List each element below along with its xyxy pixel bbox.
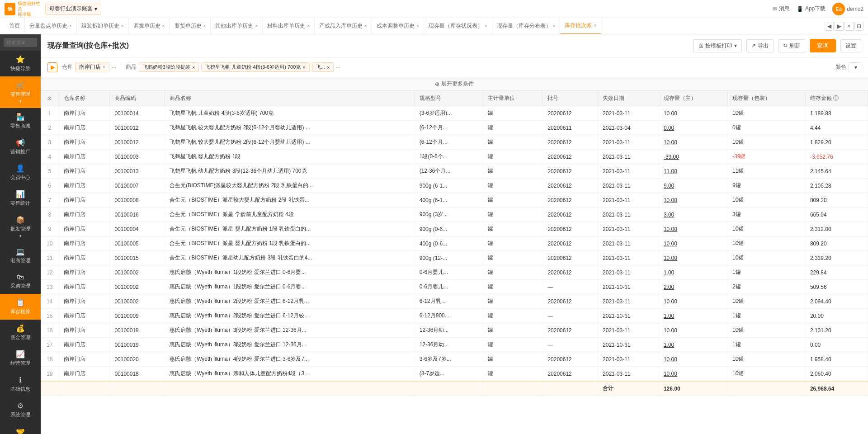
query-btn[interactable]: 查询 xyxy=(810,39,836,52)
user-menu[interactable]: Ea demo2 xyxy=(832,3,863,15)
tab-product-in[interactable]: 产成品入库单历史 × xyxy=(315,18,372,34)
tab-stock-dist[interactable]: 现存量（库存分布表） × xyxy=(492,18,561,34)
sidebar-item-finance[interactable]: 💰 资金管理 xyxy=(0,320,41,345)
sidebar-item-system[interactable]: ⚙ 系统管理 xyxy=(0,397,41,423)
wholesale-icon: 📦 xyxy=(16,216,25,224)
cell-no: 10 xyxy=(41,236,59,251)
filter-expand-btn[interactable]: ▶ xyxy=(47,62,57,72)
export-btn[interactable]: ↗ 导出 xyxy=(746,39,774,52)
close-tab-assembly[interactable]: × xyxy=(121,24,124,28)
tab-split-inventory[interactable]: 分量盘点单历史 × xyxy=(25,18,77,34)
cell-stock[interactable]: 10.00 xyxy=(659,352,727,367)
tab-requisition[interactable]: 要货单历史 × xyxy=(170,18,211,34)
color-dropdown[interactable]: ▾ xyxy=(849,62,861,72)
table-row: 10 南岸门店 00100005 合生元（BIOSTIME）派星 婴儿配方奶粉 … xyxy=(41,236,868,251)
th-settings[interactable]: ⚙ xyxy=(41,91,59,106)
sidebar-item-ecommerce[interactable]: 💻 电商管理 xyxy=(0,243,41,269)
cell-stock[interactable]: 2.00 xyxy=(659,280,727,294)
account-dropdown[interactable]: 母婴行业演示账套 ▾ xyxy=(45,3,101,15)
warehouse-tag[interactable]: 南岸门店 × xyxy=(75,62,109,72)
tab-cost-adjust[interactable]: 成本调整单历史 × xyxy=(372,18,424,34)
product-more-btn[interactable]: ··· xyxy=(336,64,340,71)
sidebar-item-purchase[interactable]: 🛍 采购管理 xyxy=(0,269,41,294)
product-tag-1[interactable]: 飞鹤奶粉3段阶段提装 × xyxy=(139,62,199,72)
sidebar-item-basic-info[interactable]: ℹ 基础信息 xyxy=(0,371,41,397)
warehouse-tag-remove[interactable]: × xyxy=(103,65,105,70)
page-title: 现存量查询(按仓库+批次) xyxy=(47,41,129,51)
settings-btn[interactable]: 设置 xyxy=(840,39,861,52)
expand-more-btn[interactable]: ⊕ 展开更多条件 xyxy=(435,80,474,88)
tab-stock-status[interactable]: 现存量（库存状况表） × xyxy=(424,18,492,34)
cell-name: 合生元（BIOSTIME）派星较大婴儿配方奶粉 2段 乳铁蛋... xyxy=(165,193,415,208)
tab-other-out[interactable]: 其他出库单历史 × xyxy=(211,18,263,34)
tab-close-all-btn[interactable]: × xyxy=(844,22,854,31)
cell-warehouse: 南岸门店 xyxy=(59,106,110,121)
sidebar-item-collab[interactable]: 🤝 企业协同 xyxy=(0,423,41,434)
cell-stock[interactable]: 10.00 xyxy=(659,193,727,208)
tab-batch-account[interactable]: 库存批次账 × xyxy=(560,18,601,34)
cell-expiry: 2021-03-11 xyxy=(598,294,659,309)
cell-stock[interactable]: 10.00 xyxy=(659,236,727,251)
tab-next-btn[interactable]: ▶ xyxy=(835,22,844,31)
cell-stock[interactable]: 1.00 xyxy=(659,309,727,323)
refresh-btn[interactable]: ↻ 刷新 xyxy=(778,39,805,52)
cell-stock[interactable]: 10.00 xyxy=(659,294,727,309)
cell-stock[interactable]: 3.00 xyxy=(659,208,727,222)
cell-stock[interactable]: 1.00 xyxy=(659,338,727,352)
sidebar-item-operations[interactable]: 📈 经营管理 xyxy=(0,345,41,371)
sidebar-item-inventory[interactable]: 📋 库存核算 xyxy=(0,294,41,320)
product-tag-2-remove[interactable]: × xyxy=(302,65,305,70)
cell-stock[interactable]: 10.00 xyxy=(659,222,727,236)
cell-stock[interactable]: 10.00 xyxy=(659,323,727,338)
cell-stock[interactable]: 10.00 xyxy=(659,106,727,121)
product-tag-2[interactable]: 飞鹤星飞帆 儿童奶粉 4段(3-6岁适用) 700克 × xyxy=(201,62,309,72)
cell-spec: 0-6月婴儿... xyxy=(415,280,483,294)
cell-stock[interactable]: -39.00 xyxy=(659,150,727,164)
tab-transfer[interactable]: 调拨单历史 × xyxy=(129,18,170,34)
message-btn[interactable]: ✉ 消息 xyxy=(773,5,790,13)
app-download-btn[interactable]: 📱 App下载 xyxy=(797,5,826,13)
close-tab-material-out[interactable]: × xyxy=(307,24,310,28)
search-menu-input[interactable] xyxy=(4,38,37,47)
close-tab-requisition[interactable]: × xyxy=(203,24,206,28)
cell-stock[interactable]: 11.00 xyxy=(659,164,727,179)
close-tab-other-out[interactable]: × xyxy=(255,24,258,28)
product-tag-1-remove[interactable]: × xyxy=(192,65,195,70)
sidebar-item-wholesale[interactable]: 📦 批发管理 ▾ xyxy=(0,211,41,243)
cell-spec: (3-6岁适用)... xyxy=(415,106,483,121)
cell-stock[interactable]: 0.00 xyxy=(659,121,727,135)
table-row: 18 南岸门店 00100020 惠氏启骸（Wyeth illuma）4段奶粉 … xyxy=(41,352,868,367)
cell-batch: 20200612 xyxy=(543,106,598,121)
cell-stock[interactable]: 10.00 xyxy=(659,135,727,150)
close-tab-stock-status[interactable]: × xyxy=(485,24,487,28)
tab-material-out[interactable]: 材料出库单历史 × xyxy=(263,18,315,34)
tab-menu-btn[interactable]: ⊡ xyxy=(854,22,863,31)
close-tab-product-in[interactable]: × xyxy=(364,24,367,28)
product-tag-extra[interactable]: 飞... × xyxy=(312,62,334,72)
sidebar-item-retail-stat[interactable]: 📊 零售统计 xyxy=(0,185,41,211)
close-tab-cost-adjust[interactable]: × xyxy=(416,24,419,28)
th-pkg-stock: 现存量（包装） xyxy=(728,91,806,106)
cell-stock[interactable]: 10.00 xyxy=(659,367,727,382)
sidebar-item-member[interactable]: 👤 会员中心 xyxy=(0,160,41,185)
sidebar-item-marketing[interactable]: 📢 营销推广 xyxy=(0,134,41,160)
sidebar-item-retail[interactable]: 🛒 零售管理 ▾ xyxy=(0,76,41,108)
cell-stock[interactable]: 10.00 xyxy=(659,251,727,265)
tab-home[interactable]: 首页 xyxy=(5,18,25,34)
print-btn[interactable]: 🖨 按模板打印 ▾ xyxy=(693,39,742,52)
cell-stock[interactable]: 9.00 xyxy=(659,179,727,193)
close-tab-batch[interactable]: × xyxy=(594,23,596,28)
sidebar-item-mall[interactable]: 🏪 零售商城 xyxy=(0,108,41,134)
warehouse-more-btn[interactable]: ··· xyxy=(112,64,116,71)
close-tab-stock-dist[interactable]: × xyxy=(553,24,556,28)
close-tab-transfer[interactable]: × xyxy=(162,24,165,28)
tab-assembly[interactable]: 组装拆卸单历史 × xyxy=(77,18,129,34)
sidebar-item-quicknav[interactable]: ⭐ 快捷导航 xyxy=(0,51,41,76)
product-tag-extra-remove[interactable]: × xyxy=(327,65,330,70)
sidebar-search-menu[interactable] xyxy=(0,34,41,51)
tab-prev-btn[interactable]: ◀ xyxy=(825,22,834,31)
cell-spec: (3-7岁适... xyxy=(415,367,483,382)
cell-stock[interactable]: 1.00 xyxy=(659,265,727,280)
close-tab-split[interactable]: × xyxy=(69,24,72,28)
sidebar-label-ecommerce: 电商管理 xyxy=(10,257,30,264)
